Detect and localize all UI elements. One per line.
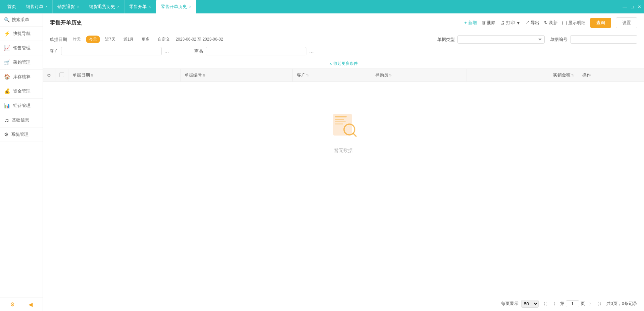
sort-icon-guide: ⇅ <box>389 73 392 77</box>
tab-close-sales-order[interactable]: × <box>45 4 48 9</box>
date-btn-last7days[interactable]: 近7天 <box>102 36 118 43</box>
th-action: 操作 <box>578 69 644 82</box>
tab-home[interactable]: 首页 <box>3 0 21 13</box>
th-number[interactable]: 单据编号⇅ <box>180 69 292 82</box>
nav-label-purchase-mgmt: 采购管理 <box>13 59 31 65</box>
sidebar-item-operations[interactable]: 📊经营管理 <box>0 99 43 113</box>
product-input[interactable] <box>206 47 306 55</box>
svg-rect-2 <box>335 119 344 120</box>
sidebar: 🔍 搜索采单 ⚡快捷导航📈销售管理🛒采购管理🏠库存核算💰资金管理📊经营管理🗂基础… <box>0 13 43 311</box>
sort-icon-customer: ⇅ <box>306 73 309 77</box>
main-layout: 🔍 搜索采单 ⚡快捷导航📈销售管理🛒采购管理🏠库存核算💰资金管理📊经营管理🗂基础… <box>0 13 644 311</box>
th-amount[interactable]: 实销金额⇅ <box>466 69 578 82</box>
empty-state: 暂无数据 <box>43 82 644 180</box>
sidebar-bottom: ⚙ ◀ <box>0 298 43 311</box>
tab-retail-open-history[interactable]: 零售开单历史× <box>156 0 196 13</box>
last-page-btn[interactable]: ⟩⟩ <box>596 300 604 308</box>
svg-rect-3 <box>335 121 346 122</box>
collapse-filter-btn[interactable]: ∧ 收起更多条件 <box>50 59 637 68</box>
window-close-btn[interactable]: ✕ <box>638 4 641 9</box>
date-btn-last1month[interactable]: 近1月 <box>120 36 137 43</box>
tab-close-retail-open[interactable]: × <box>149 4 151 9</box>
sidebar-item-sales-mgmt[interactable]: 📈销售管理 <box>0 41 43 55</box>
window-maximize-btn[interactable]: □ <box>631 4 634 9</box>
settings-icon[interactable]: ⚙ <box>10 301 15 308</box>
nav-icon-operations: 📊 <box>4 103 10 109</box>
refresh-button[interactable]: ↻ 刷新 <box>544 20 558 26</box>
date-filter-group: 单据日期 昨天今天近7天近1月更多自定义 2023-06-02 至 2023-0… <box>50 36 223 43</box>
doc-type-label: 单据类型 <box>437 37 455 43</box>
product-label: 商品 <box>194 48 203 54</box>
export-button[interactable]: ↗ 导出 <box>525 20 540 26</box>
sidebar-item-base-info[interactable]: 🗂基础信息 <box>0 113 43 127</box>
settings-button[interactable]: 设置 <box>616 17 637 28</box>
customer-input[interactable] <box>61 47 162 55</box>
customer-label: 客户 <box>50 48 58 54</box>
tab-close-sales-return-history[interactable]: × <box>117 4 119 9</box>
total-info: 共0页，0条记录 <box>606 301 637 307</box>
doc-number-input[interactable] <box>570 35 637 44</box>
th-guide[interactable]: 导购员⇅ <box>371 69 466 82</box>
tab-sales-return-history[interactable]: 销货退货历史× <box>84 0 125 13</box>
tabs-container: 首页销售订单×销货退货×销货退货历史×零售开单×零售开单历史× <box>3 0 196 13</box>
page-header: 零售开单历史 + 新增 🗑 删除 🖨 打印 ▼ ↗ 导出 ↻ 刷新 显示明细 查… <box>43 13 644 31</box>
collapse-label: 收起更多条件 <box>334 61 358 66</box>
sidebar-search[interactable]: 🔍 搜索采单 <box>0 13 43 27</box>
window-minimize-btn[interactable]: — <box>623 4 627 9</box>
page-input[interactable] <box>566 300 579 307</box>
delete-button[interactable]: 🗑 删除 <box>482 20 496 26</box>
date-btn-more[interactable]: 更多 <box>139 36 153 43</box>
sidebar-item-quick-nav[interactable]: ⚡快捷导航 <box>0 27 43 41</box>
nav-icon-sales-mgmt: 📈 <box>4 45 10 51</box>
tab-close-sales-return[interactable]: × <box>77 4 79 9</box>
table-header: ⚙单据日期⇅单据编号⇅客户⇅导购员⇅实销金额⇅操作 <box>43 69 644 82</box>
sort-icon-date: ⇅ <box>91 73 93 77</box>
nav-icon-inventory: 🏠 <box>4 74 10 80</box>
print-button[interactable]: 🖨 打印 ▼ <box>500 20 521 26</box>
doc-type-select[interactable] <box>457 35 545 44</box>
first-page-btn[interactable]: ⟨⟨ <box>541 300 549 308</box>
nav-label-inventory: 库存核算 <box>13 74 31 80</box>
select-all-checkbox[interactable] <box>59 72 64 77</box>
tab-sales-return[interactable]: 销货退货× <box>53 0 84 13</box>
page-label: 第 <box>560 301 564 307</box>
th-customer[interactable]: 客户⇅ <box>292 69 371 82</box>
nav-label-sales-mgmt: 销售管理 <box>13 45 31 51</box>
table-settings-icon[interactable]: ⚙ <box>47 73 51 78</box>
nav-icon-sys-mgmt: ⚙ <box>4 132 8 138</box>
customer-select-btn[interactable]: ... <box>164 48 169 54</box>
sidebar-nav: ⚡快捷导航📈销售管理🛒采购管理🏠库存核算💰资金管理📊经营管理🗂基础信息⚙系统管理 <box>0 27 43 298</box>
doc-number-filter-group: 单据编号 <box>550 35 637 44</box>
nav-label-operations: 经营管理 <box>13 103 31 109</box>
query-button[interactable]: 查询 <box>590 18 611 28</box>
sidebar-item-sys-mgmt[interactable]: ⚙系统管理 <box>0 127 43 142</box>
sidebar-item-inventory[interactable]: 🏠库存核算 <box>0 70 43 84</box>
date-btn-today[interactable]: 今天 <box>86 36 100 43</box>
sidebar-item-purchase-mgmt[interactable]: 🛒采购管理 <box>0 55 43 70</box>
empty-illustration <box>327 109 360 142</box>
next-page-btn[interactable]: ⟩ <box>586 300 594 308</box>
collapse-icon: ∧ <box>329 61 332 66</box>
nav-label-quick-nav: 快捷导航 <box>13 31 31 37</box>
th-checkbox <box>55 69 68 82</box>
date-btn-custom[interactable]: 自定义 <box>155 36 173 43</box>
per-page-label: 每页显示 <box>501 301 518 307</box>
collapse-sidebar-icon[interactable]: ◀ <box>29 301 33 308</box>
tab-close-retail-open-history[interactable]: × <box>189 4 191 9</box>
sidebar-item-finance[interactable]: 💰资金管理 <box>0 84 43 99</box>
tab-bar: 首页销售订单×销货退货×销货退货历史×零售开单×零售开单历史× — □ ✕ <box>0 0 644 13</box>
th-date[interactable]: 单据日期⇅ <box>68 69 181 82</box>
display-detail-checkbox[interactable] <box>562 21 567 25</box>
sort-icon-number: ⇅ <box>203 73 205 77</box>
display-detail-toggle[interactable]: 显示明细 <box>562 20 586 26</box>
page-nav: ⟨⟨ ⟨ 第 页 ⟩ ⟩⟩ <box>541 300 604 308</box>
date-btn-yesterday[interactable]: 昨天 <box>70 36 84 43</box>
prev-page-btn[interactable]: ⟨ <box>551 300 559 308</box>
th-settings: ⚙ <box>43 69 55 82</box>
per-page-select[interactable]: 102050100 <box>521 300 539 308</box>
add-button[interactable]: + 新增 <box>464 20 477 26</box>
tab-sales-order[interactable]: 销售订单× <box>21 0 53 13</box>
product-select-btn[interactable]: ... <box>309 48 313 54</box>
tab-retail-open[interactable]: 零售开单× <box>125 0 156 13</box>
nav-icon-base-info: 🗂 <box>4 117 9 123</box>
